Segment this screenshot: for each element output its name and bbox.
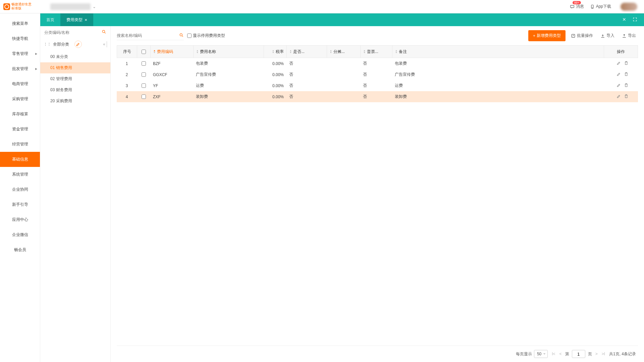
col-remark[interactable]: ▲▼ 备注 [392,46,604,58]
sidebar-item[interactable]: 采购管理 [0,92,40,107]
sort-icon: ▲▼ [363,50,366,54]
row-checkbox[interactable] [142,61,146,66]
col-yn[interactable]: ▲▼ 是否... [287,46,327,58]
sidebar-item[interactable]: 资金管理 [0,122,40,137]
last-page-button[interactable]: >I [601,351,606,357]
fullscreen-button[interactable] [631,16,639,24]
category-panel: ⋮⋮ 全部分类 « 00 未分类01 销售费用02 管理费用03 财务费用20 … [40,26,111,362]
tab-expense-type[interactable]: 费用类型 ✕ [60,13,93,26]
page-size-select[interactable]: 50 [534,350,548,358]
sort-icon: ▲▼ [289,50,292,54]
sidebar-item[interactable]: 畅会员 [0,242,40,257]
col-code[interactable]: ▲▼ 费用编码 [151,46,194,58]
edit-button[interactable] [616,61,621,66]
select-all-checkbox[interactable] [142,50,146,54]
category-item[interactable]: 20 采购费用 [40,96,110,107]
delete-button[interactable] [624,72,629,77]
company-name-blurred [50,3,91,10]
export-icon [622,34,627,38]
sort-icon: ▲▼ [395,50,397,54]
category-item[interactable]: 00 未分类 [40,51,110,62]
delete-button[interactable] [624,94,629,100]
col-share[interactable]: ▲▼ 分摊... [327,46,361,58]
sidebar-item[interactable]: 系统管理 [0,167,40,182]
sidebar-item[interactable]: 批发管理▶ [0,61,40,76]
trash-icon [624,61,629,65]
sidebar-item[interactable]: 库存核算 [0,107,40,122]
export-button[interactable]: 导出 [620,31,638,41]
search-icon[interactable] [102,29,106,35]
trash-icon [624,83,629,87]
row-checkbox[interactable] [142,95,146,99]
row-checkbox[interactable] [142,83,146,88]
delete-button[interactable] [624,61,629,66]
table-row[interactable]: 4ZXF装卸费0.00%否否装卸费 [117,91,638,102]
col-inv[interactable]: ▲▼ 普票... [361,46,392,58]
sidebar-item[interactable]: 应用中心 [0,212,40,227]
table-row[interactable]: 2GGXCF广告宣传费0.00%否否广告宣传费 [117,69,638,80]
logo: 畅捷通好生意 标准版 [3,3,40,11]
edit-categories-button[interactable] [74,41,82,48]
expense-table: 序号 ▲▼ 费用编码 ▲▼ 费用名称 ▲▼ [117,45,638,346]
svg-rect-0 [570,5,574,7]
category-item[interactable]: 03 财务费用 [40,84,110,96]
toolbar: 显示停用费用类型 + 新增费用类型 批量操作 [117,26,638,45]
sidebar-item[interactable]: 企业协同 [0,182,40,197]
batch-ops-button[interactable]: 批量操作 [569,31,595,41]
show-disabled-checkbox[interactable]: 显示停用费用类型 [187,33,225,39]
delete-button[interactable] [624,83,629,88]
col-tax[interactable]: ▲▼ 税率 [264,46,287,58]
page-input[interactable] [572,350,585,358]
chat-icon [570,4,575,9]
sidebar-item[interactable]: 零售管理▶ [0,46,40,61]
sidebar-item[interactable]: 搜索菜单 [0,16,40,31]
svg-point-3 [102,30,105,33]
next-page-button[interactable]: > [595,351,598,357]
sidebar-item[interactable]: 新手引导 [0,197,40,212]
add-expense-type-button[interactable]: + 新增费用类型 [528,30,566,41]
edit-icon [616,83,621,87]
company-selector[interactable]: ⌄ [50,3,96,10]
user-avatar[interactable] [621,3,637,11]
sidebar-item[interactable]: 电商管理 [0,76,40,92]
prev-page-button[interactable]: < [559,351,562,357]
brand-icon [3,3,10,10]
import-button[interactable]: 导入 [598,31,616,41]
trash-icon [624,72,629,76]
messages-button[interactable]: 99+ 消息 [570,4,584,9]
tab-close-button[interactable] [621,16,628,24]
edit-button[interactable] [616,94,621,100]
tab-home[interactable]: 首页 [40,13,60,26]
table-search-input[interactable] [117,33,179,38]
sidebar-item[interactable]: 基础信息 [0,152,40,167]
table-row[interactable]: 3YF运费0.00%否否运费 [117,80,638,91]
svg-point-4 [180,34,182,36]
edit-icon [571,34,576,38]
expand-icon [633,17,637,22]
sidebar-item[interactable]: 经营管理 [0,137,40,152]
brand-name: 畅捷通好生意 [11,3,32,6]
sidebar-item[interactable]: 企业微信 [0,227,40,242]
collapse-panel-button[interactable]: « [102,41,107,47]
category-root[interactable]: ⋮⋮ 全部分类 « [40,39,110,50]
table-row[interactable]: 1BZF包装费0.00%否否包装费 [117,58,638,69]
search-icon[interactable] [179,33,184,39]
edit-button[interactable] [616,83,621,88]
sidebar: 搜索菜单快捷导航零售管理▶批发管理▶电商管理采购管理库存核算资金管理经营管理基础… [0,13,40,362]
edit-icon [616,72,621,76]
app-download-button[interactable]: App下载 [590,4,611,9]
trash-icon [624,94,629,99]
sort-icon: ▲▼ [153,50,156,54]
category-item[interactable]: 02 管理费用 [40,73,110,84]
first-page-button[interactable]: I< [551,351,556,357]
edit-button[interactable] [616,72,621,77]
plus-icon: + [533,34,535,38]
close-icon[interactable]: ✕ [85,18,87,22]
tabbar: 首页 费用类型 ✕ [40,13,644,26]
sidebar-item[interactable]: 快捷导航 [0,31,40,46]
sort-icon: ▲▼ [196,50,199,54]
category-search-input[interactable] [44,30,100,35]
category-item[interactable]: 01 销售费用 [40,62,110,73]
col-name[interactable]: ▲▼ 费用名称 [194,46,264,58]
row-checkbox[interactable] [142,72,146,77]
